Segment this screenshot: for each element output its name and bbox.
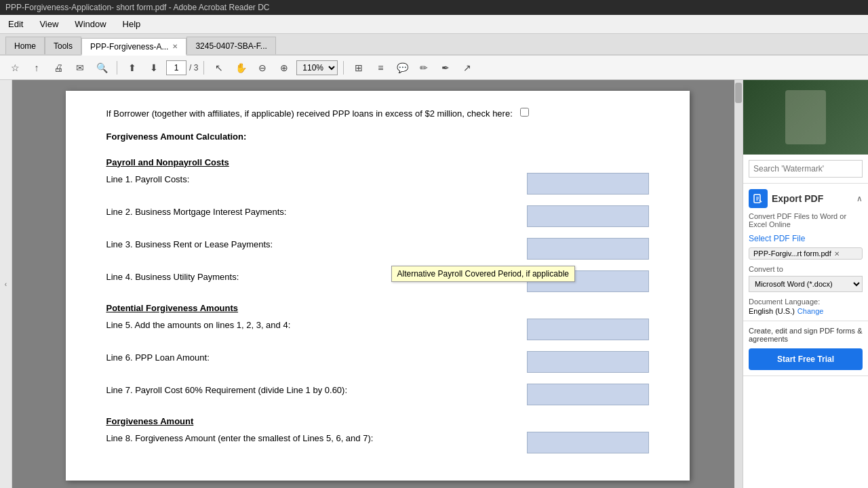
bookmark-btn[interactable]: ☆ xyxy=(5,58,24,77)
tab-sba[interactable]: 3245-0407-SBA-F... xyxy=(186,37,275,54)
doc-lang-value: English (U.S.) xyxy=(749,307,795,315)
line2-label: Line 2. Business Mortgage Interest Payme… xyxy=(106,205,521,219)
zoom-select[interactable]: 110% 50% 75% 100% 125% 150% 200% xyxy=(296,60,338,75)
pdf-viewer[interactable]: If Borrower (together with affiliates, i… xyxy=(12,80,743,488)
email-btn[interactable]: ✉ xyxy=(71,58,90,77)
page-input[interactable] xyxy=(166,60,186,75)
file-chip: PPP-Forgiv...rt form.pdf ✕ xyxy=(749,247,863,260)
menu-bar: Edit View Window Help xyxy=(0,15,868,34)
line1-field[interactable] xyxy=(527,173,649,195)
search-btn[interactable]: 🔍 xyxy=(92,58,111,77)
line3-label: Line 3. Business Rent or Lease Payments: xyxy=(106,238,521,251)
borrower-checkbox[interactable] xyxy=(520,108,529,117)
borrower-label: If Borrower (together with affiliates, i… xyxy=(106,107,649,121)
export-desc: Convert PDF Files to Word or Excel Onlin… xyxy=(749,212,863,228)
tab-tools[interactable]: Tools xyxy=(45,37,81,54)
back-btn[interactable]: ↑ xyxy=(27,58,46,77)
payroll-heading: Payroll and Nonpayroll Costs xyxy=(106,157,229,167)
forg-calc-section: Forgiveness Amount Calculation: xyxy=(106,131,649,142)
tab-home-label: Home xyxy=(14,41,36,51)
tooltip-box: Alternative Payroll Covered Period, if a… xyxy=(391,266,575,282)
forgiveness-section: Forgiveness Amount xyxy=(106,416,649,426)
line1-row: Line 1. Payroll Costs: xyxy=(106,173,649,195)
potential-heading: Potential Forgiveness Amounts xyxy=(106,303,239,313)
line7-field[interactable] xyxy=(527,384,649,405)
export-icon xyxy=(749,189,768,208)
menu-help[interactable]: Help xyxy=(120,18,144,30)
line6-row: Line 6. PPP Loan Amount: xyxy=(106,351,649,373)
tooltip-text: Alternative Payroll Covered Period, if a… xyxy=(397,269,569,279)
select-pdf-link[interactable]: Select PDF File xyxy=(749,234,863,243)
tab-bar: Home Tools PPP-Forgiveness-A... ✕ 3245-0… xyxy=(0,34,868,56)
scroll-btn[interactable]: ≡ xyxy=(371,58,390,77)
line5-label: Line 5. Add the amounts on lines 1, 2, 3… xyxy=(106,319,521,332)
export-chevron[interactable]: ∧ xyxy=(856,194,863,203)
right-panel: Export PDF ∧ Convert PDF Files to Word o… xyxy=(743,80,868,488)
title-bar: PPP-Forgiveness-Application- short form.… xyxy=(0,0,868,15)
line3-field[interactable] xyxy=(527,238,649,260)
next-page-btn[interactable]: ⬇ xyxy=(144,58,163,77)
prev-page-btn[interactable]: ⬆ xyxy=(123,58,142,77)
tab-tools-label: Tools xyxy=(54,41,73,51)
forgiveness-heading: Forgiveness Amount xyxy=(106,416,194,426)
tab-ppp[interactable]: PPP-Forgiveness-A... ✕ xyxy=(81,38,186,56)
comment-btn[interactable]: 💬 xyxy=(393,58,412,77)
forg-calc-heading: Forgiveness Amount Calculation: xyxy=(106,131,247,142)
tab-ppp-label: PPP-Forgiveness-A... xyxy=(90,42,168,52)
zoom-out-btn[interactable]: ⊖ xyxy=(253,58,272,77)
file-name: PPP-Forgiv...rt form.pdf xyxy=(753,249,831,258)
potential-section: Potential Forgiveness Amounts xyxy=(106,303,649,313)
line3-row: Line 3. Business Rent or Lease Payments: xyxy=(106,238,649,260)
highlight-btn[interactable]: ✏ xyxy=(414,58,433,77)
borrower-row: If Borrower (together with affiliates, i… xyxy=(106,107,649,121)
main-layout: ‹ If Borrower (together with affiliates,… xyxy=(0,80,868,488)
start-trial-btn[interactable]: Start Free Trial xyxy=(749,348,863,370)
doc-lang-label: Document Language: xyxy=(749,298,863,306)
menu-edit[interactable]: Edit xyxy=(5,18,26,30)
toolbar: ☆ ↑ 🖨 ✉ 🔍 ⬆ ⬇ / 3 ↖ ✋ ⊖ ⊕ 110% 50% 75% 1… xyxy=(0,56,868,80)
panel-search xyxy=(743,155,868,184)
line8-label: Line 8. Forgiveness Amount (enter the sm… xyxy=(106,432,521,445)
line8-field[interactable] xyxy=(527,432,649,453)
convert-select[interactable]: Microsoft Word (*.docx) xyxy=(749,276,863,292)
sep3 xyxy=(343,61,344,75)
hand-btn[interactable]: ✋ xyxy=(231,58,250,77)
convert-label: Convert to xyxy=(749,265,863,273)
draw-btn[interactable]: ✒ xyxy=(436,58,455,77)
pdf-scrollbar[interactable] xyxy=(734,80,743,488)
sep2 xyxy=(203,61,204,75)
line7-row: Line 7. Payroll Cost 60% Requirement (di… xyxy=(106,384,649,405)
tab-ppp-close[interactable]: ✕ xyxy=(172,43,178,50)
print-btn[interactable]: 🖨 xyxy=(49,58,68,77)
export-title: Export PDF xyxy=(772,193,823,204)
line6-field[interactable] xyxy=(527,351,649,373)
title-text: PPP-Forgiveness-Application- short form.… xyxy=(5,3,270,12)
page-total: / 3 xyxy=(189,63,198,73)
tab-home[interactable]: Home xyxy=(5,37,45,54)
line7-label: Line 7. Payroll Cost 60% Requirement (di… xyxy=(106,384,521,397)
menu-view[interactable]: View xyxy=(37,18,61,30)
line8-row: Line 8. Forgiveness Amount (enter the sm… xyxy=(106,432,649,453)
select-btn[interactable]: ↖ xyxy=(210,58,229,77)
pdf-page: If Borrower (together with affiliates, i… xyxy=(66,91,690,481)
export-section: Export PDF ∧ Convert PDF Files to Word o… xyxy=(743,184,868,321)
scroll-thumb[interactable] xyxy=(735,83,742,103)
panel-promo: Create, edit and sign PDF forms & agreem… xyxy=(743,321,868,376)
sep1 xyxy=(117,61,117,75)
watermark-search[interactable] xyxy=(749,160,863,178)
video-content xyxy=(785,90,826,144)
file-chip-remove[interactable]: ✕ xyxy=(834,250,840,258)
change-link[interactable]: Change xyxy=(797,307,824,315)
promo-text: Create, edit and sign PDF forms & agreem… xyxy=(749,327,863,343)
line1-label: Line 1. Payroll Costs: xyxy=(106,173,521,186)
share-btn[interactable]: ↗ xyxy=(458,58,477,77)
scroll-left-btn[interactable]: ‹ xyxy=(0,80,12,488)
video-panel xyxy=(743,80,868,155)
menu-window[interactable]: Window xyxy=(72,18,108,30)
zoom-in-btn[interactable]: ⊕ xyxy=(275,58,294,77)
tab-sba-label: 3245-0407-SBA-F... xyxy=(195,41,267,51)
fit-btn[interactable]: ⊞ xyxy=(349,58,368,77)
payroll-section: Payroll and Nonpayroll Costs xyxy=(106,157,649,167)
line5-field[interactable] xyxy=(527,319,649,340)
line2-field[interactable] xyxy=(527,205,649,227)
